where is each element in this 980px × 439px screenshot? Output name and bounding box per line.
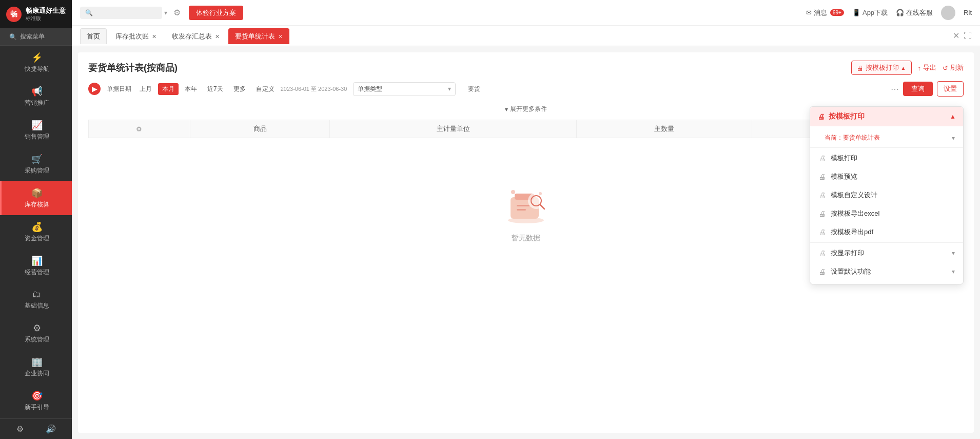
template-export-pdf-label: 按模板导出pdf xyxy=(831,227,873,237)
dropdown-item-template-export-excel[interactable]: 🖨 按模板导出excel xyxy=(810,204,963,223)
date-filter-group: 单据日期 上月 本月 本年 近7天 更多 自定义 2023-06-01 至 20… xyxy=(107,83,347,95)
sidebar-item-operation[interactable]: 📊 经营管理 xyxy=(0,249,72,283)
action-area: ⋯ 查询 设置 xyxy=(891,81,964,97)
date-last-7-days[interactable]: 近7天 xyxy=(203,83,227,95)
page-header: 要货单统计表(按商品) 🖨 按模板打印 ▲ ↑ 导出 ↺ 刷新 xyxy=(78,52,974,75)
dropdown-item-display-print[interactable]: 🖨 按显示打印 ▾ xyxy=(810,244,963,262)
message-badge: 99+ xyxy=(830,9,844,16)
more-options-icon[interactable]: ⋯ xyxy=(891,84,899,94)
tab-requisition-stats-close[interactable]: ✕ xyxy=(278,33,283,40)
sidebar-item-quick-nav[interactable]: ⚡ 快捷导航 xyxy=(0,46,72,80)
sidebar-item-sales[interactable]: 📈 销售管理 xyxy=(0,113,72,147)
divider-1 xyxy=(810,147,963,148)
type-filter-chevron: ▾ xyxy=(448,85,451,92)
guide-icon: 🎯 xyxy=(31,390,43,402)
export-icon: ↑ xyxy=(918,64,922,72)
topbar-right: ✉ 消息 99+ 📱 App下载 🎧 在线客服 Rit xyxy=(806,6,972,20)
message-button[interactable]: ✉ 消息 99+ xyxy=(806,8,844,17)
filter-bar: ▶ 单据日期 上月 本月 本年 近7天 更多 自定义 2023-06-01 至 … xyxy=(78,75,974,103)
dropdown-item-template-preview[interactable]: 🖨 模板预览 xyxy=(810,167,963,186)
main-area: 🔍 ▾ ⚙ 体验行业方案 ✉ 消息 99+ 📱 App下载 🎧 在线客服 Rit xyxy=(72,0,980,439)
svg-point-8 xyxy=(511,190,515,194)
purchase-icon: 🛒 xyxy=(31,154,43,165)
date-more[interactable]: 更多 xyxy=(229,83,250,95)
trial-button[interactable]: 体验行业方案 xyxy=(189,6,243,20)
system-icon: ⚙ xyxy=(33,322,41,334)
template-preview-item-label: 模板预览 xyxy=(831,172,857,181)
online-service-button[interactable]: 🎧 在线客服 xyxy=(896,8,933,17)
dropdown-item-template-print[interactable]: 🖨 模板打印 xyxy=(810,149,963,167)
username: Rit xyxy=(964,9,972,16)
sidebar-search[interactable]: 🔍 搜索菜单 xyxy=(0,28,72,46)
sidebar-item-label: 基础信息 xyxy=(25,301,49,310)
content-area: 要货单统计表(按商品) 🖨 按模板打印 ▲ ↑ 导出 ↺ 刷新 xyxy=(72,46,980,439)
dropdown-item-template-export-pdf[interactable]: 🖨 按模板导出pdf xyxy=(810,223,963,241)
date-this-year[interactable]: 本年 xyxy=(181,83,201,95)
app-download-button[interactable]: 📱 App下载 xyxy=(852,8,888,17)
search-input[interactable] xyxy=(93,9,157,16)
operation-icon: 📊 xyxy=(31,255,43,266)
dropdown-header[interactable]: 🖨 按模板打印 ▲ xyxy=(810,107,963,126)
message-label: 消息 xyxy=(814,8,827,17)
type-filter-select[interactable]: 单据类型 ▾ xyxy=(353,82,456,96)
dropdown-current-template[interactable]: 当前：要货单统计表 ▾ xyxy=(810,129,963,146)
topbar-search-icon: 🔍 xyxy=(85,9,93,16)
tab-requisition-stats[interactable]: 要货单统计表 ✕ xyxy=(228,28,289,44)
dropdown-item-set-default[interactable]: 🖨 设置默认功能 ▾ xyxy=(810,262,963,281)
template-print-label: 按模板打印 xyxy=(866,63,899,72)
tab-inventory-batch[interactable]: 库存批次账 ✕ xyxy=(109,28,163,44)
window-maximize-icon[interactable]: ⛶ xyxy=(964,31,972,41)
sidebar-item-finance[interactable]: 💰 资金管理 xyxy=(0,215,72,249)
refresh-button[interactable]: ↺ 刷新 xyxy=(943,63,964,72)
svg-point-9 xyxy=(539,192,542,195)
sidebar-item-inventory[interactable]: 📦 库存核算 xyxy=(0,181,72,215)
sidebar-item-enterprise[interactable]: 🏢 企业协同 xyxy=(0,350,72,384)
sidebar-item-basic[interactable]: 🗂 基础信息 xyxy=(0,283,72,316)
settings-button[interactable]: 设置 xyxy=(937,81,964,97)
table-header-settings[interactable]: ⚙ xyxy=(89,120,190,138)
message-icon: ✉ xyxy=(806,9,812,16)
sidebar-item-system[interactable]: ⚙ 系统管理 xyxy=(0,316,72,350)
query-button[interactable]: 查询 xyxy=(903,82,933,96)
topbar-chevron-icon[interactable]: ▾ xyxy=(164,9,167,16)
sidebar-item-purchase[interactable]: 🛒 采购管理 xyxy=(0,147,72,181)
tab-receipt-summary[interactable]: 收发存汇总表 ✕ xyxy=(165,28,226,44)
template-print-button[interactable]: 🖨 按模板打印 ▲ xyxy=(851,61,912,75)
current-template-label: 当前：要货单统计表 xyxy=(825,133,880,142)
template-export-excel-label: 按模板导出excel xyxy=(831,209,879,218)
date-last-month[interactable]: 上月 xyxy=(135,83,156,95)
date-custom[interactable]: 自定义 xyxy=(252,83,279,95)
tab-receipt-summary-close[interactable]: ✕ xyxy=(215,33,220,40)
finance-icon: 💰 xyxy=(31,221,43,233)
sidebar-settings-button[interactable]: ⚙ xyxy=(16,424,24,434)
sidebar-item-marketing[interactable]: 📢 营销推广 xyxy=(0,80,72,113)
template-print-item-label: 模板打印 xyxy=(831,154,857,163)
app-logo-text: 畅康通好生意 标准版 xyxy=(26,7,66,22)
settings-icon[interactable]: ⚙ xyxy=(136,125,142,133)
tab-requisition-stats-label: 要货单统计表 xyxy=(235,32,275,41)
filter-expand-arrow[interactable]: ▶ xyxy=(88,83,101,95)
chevron-down-icon: ▾ xyxy=(505,106,508,113)
sidebar: 畅 畅康通好生意 标准版 🔍 搜索菜单 ⚡ 快捷导航 📢 营销推广 📈 销售管理… xyxy=(0,0,72,439)
tab-home[interactable]: 首页 xyxy=(80,28,107,44)
topbar-gear-icon[interactable]: ⚙ xyxy=(173,8,181,17)
template-export-excel-icon: 🖨 xyxy=(818,209,826,218)
tab-inventory-batch-close[interactable]: ✕ xyxy=(152,33,156,40)
empty-illustration xyxy=(500,179,552,225)
sidebar-item-label: 系统管理 xyxy=(25,335,49,344)
dropdown-item-template-design[interactable]: 🖨 模板自定义设计 xyxy=(810,186,963,204)
avatar[interactable] xyxy=(941,6,955,20)
date-this-month[interactable]: 本月 xyxy=(158,83,179,95)
sidebar-item-label: 库存核算 xyxy=(25,200,49,209)
template-design-item-icon: 🖨 xyxy=(818,191,826,199)
current-template-arrow: ▾ xyxy=(952,135,955,142)
topbar-search-box[interactable]: 🔍 xyxy=(80,7,162,19)
sidebar-sound-button[interactable]: 🔊 xyxy=(46,424,56,434)
sidebar-nav: ⚡ 快捷导航 📢 营销推广 📈 销售管理 🛒 采购管理 📦 库存核算 💰 资金管… xyxy=(0,46,72,418)
window-close-icon[interactable]: ✕ xyxy=(953,31,959,41)
dropdown-title-label: 按模板打印 xyxy=(829,112,865,121)
sidebar-item-guide[interactable]: 🎯 新手引导 xyxy=(0,384,72,418)
table-header-unit: 主计量单位 xyxy=(330,120,577,138)
export-button[interactable]: ↑ 导出 xyxy=(918,63,937,72)
expand-more-button[interactable]: ▾ 展开更多条件 xyxy=(501,103,551,116)
